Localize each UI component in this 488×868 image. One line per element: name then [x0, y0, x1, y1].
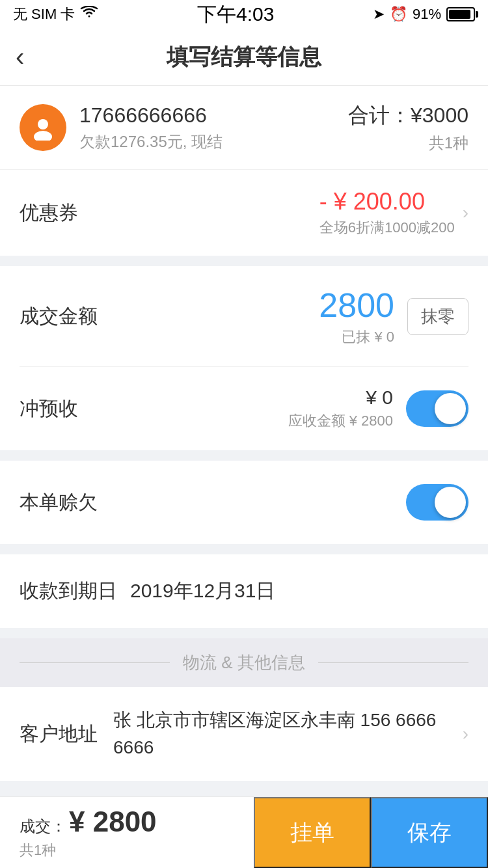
debit-toggle-knob — [435, 487, 466, 518]
deal-amount-label: 成交金额 — [20, 303, 98, 330]
duedate-section: 收款到期日 2019年12月31日 — [0, 554, 488, 628]
coupon-desc: 全场6折满1000减200 — [319, 218, 455, 237]
round-button[interactable]: 抹零 — [407, 298, 468, 335]
address-value: 张 北京市市辖区海淀区永丰南 156 6666 6666 — [113, 707, 463, 761]
svg-point-0 — [38, 119, 48, 129]
bottom-deal-label: 成交： — [20, 816, 66, 837]
user-debt: 欠款1276.35元, 现结 — [79, 131, 223, 152]
status-left: 无 SIM 卡 — [13, 5, 98, 24]
separator-section: 物流 & 其他信息 — [0, 638, 488, 687]
wifi-icon — [80, 6, 98, 23]
status-right: ➤ ⏰ 91% — [373, 6, 475, 23]
user-phone: 17666666666 — [79, 103, 223, 128]
address-section: 客户地址 张 北京市市辖区海淀区永丰南 156 6666 6666 › — [0, 687, 488, 781]
pending-button[interactable]: 挂单 — [254, 797, 371, 868]
address-label: 客户地址 — [20, 721, 98, 748]
content: 17666666666 欠款1276.35元, 现结 合计：¥3000 共1种 … — [0, 86, 488, 868]
status-time: 下午4:03 — [197, 1, 274, 28]
bottom-summary: 成交： ¥ 2800 共1种 — [0, 806, 254, 860]
debit-toggle[interactable] — [406, 484, 468, 521]
save-button[interactable]: 保存 — [371, 797, 488, 868]
page-title: 填写结算等信息 — [167, 42, 321, 72]
coupon-row[interactable]: 优惠券 - ¥ 200.00 全场6折满1000减200 › — [0, 169, 488, 256]
alarm-icon: ⏰ — [390, 6, 407, 23]
duedate-value: 2019年12月31日 — [130, 578, 275, 604]
prepay-row: 冲预收 ¥ 0 应收金额 ¥ 2800 — [20, 366, 468, 450]
address-chevron-icon: › — [463, 724, 468, 744]
avatar — [20, 104, 66, 151]
back-button[interactable]: ‹ — [16, 42, 24, 72]
svg-point-1 — [34, 131, 52, 141]
coupon-label: 优惠券 — [20, 200, 78, 226]
prepay-text: ¥ 0 应收金额 ¥ 2800 — [288, 387, 393, 431]
user-row: 17666666666 欠款1276.35元, 现结 合计：¥3000 共1种 — [0, 86, 488, 169]
sim-label: 无 SIM 卡 — [13, 5, 75, 24]
prepay-amount: ¥ 0 — [288, 387, 393, 409]
nav-bar: ‹ 填写结算等信息 — [0, 29, 488, 86]
duedate-label: 收款到期日 — [20, 578, 117, 604]
bottom-count: 共1种 — [20, 841, 234, 860]
deal-amount-right: 2800 已抹 ¥ 0 抹零 — [319, 286, 468, 347]
total-count: 共1种 — [348, 133, 468, 154]
debit-section: 本单赊欠 — [0, 461, 488, 544]
deal-sub: 已抹 ¥ 0 — [319, 327, 394, 347]
battery-percent: 91% — [413, 6, 441, 23]
prepay-right: ¥ 0 应收金额 ¥ 2800 — [288, 387, 468, 431]
battery-icon — [446, 7, 475, 21]
separator-text: 物流 & 其他信息 — [170, 651, 318, 674]
bottom-deal-row: 成交： ¥ 2800 — [20, 806, 234, 838]
coupon-discount: - ¥ 200.00 — [319, 188, 455, 215]
duedate-row: 收款到期日 2019年12月31日 — [20, 554, 468, 628]
user-left: 17666666666 欠款1276.35元, 现结 — [20, 103, 223, 152]
prepay-label: 冲预收 — [20, 396, 78, 422]
user-card-section: 17666666666 欠款1276.35元, 现结 合计：¥3000 共1种 … — [0, 86, 488, 256]
toggle-knob — [435, 393, 466, 424]
status-bar: 无 SIM 卡 下午4:03 ➤ ⏰ 91% — [0, 0, 488, 29]
user-info: 17666666666 欠款1276.35元, 现结 — [79, 103, 223, 152]
debit-label: 本单赊欠 — [20, 489, 98, 516]
deal-section: 成交金额 2800 已抹 ¥ 0 抹零 冲预收 ¥ 0 应收金额 ¥ 2800 — [0, 266, 488, 450]
debit-row: 本单赊欠 — [20, 461, 468, 544]
deal-number: 2800 — [319, 286, 394, 325]
bottom-bar: 成交： ¥ 2800 共1种 挂单 保存 — [0, 796, 488, 868]
chevron-right-icon: › — [463, 202, 468, 223]
user-total: 合计：¥3000 共1种 — [348, 102, 468, 154]
prepay-toggle[interactable] — [406, 390, 468, 427]
location-icon: ➤ — [373, 6, 385, 23]
address-row[interactable]: 客户地址 张 北京市市辖区海淀区永丰南 156 6666 6666 › — [20, 687, 468, 781]
coupon-right: - ¥ 200.00 全场6折满1000减200 › — [319, 188, 468, 237]
prepay-sub: 应收金额 ¥ 2800 — [288, 411, 393, 431]
deal-amount-row: 成交金额 2800 已抹 ¥ 0 抹零 — [20, 266, 468, 366]
bottom-amount: ¥ 2800 — [69, 806, 157, 838]
total-amount: 合计：¥3000 — [348, 102, 468, 130]
